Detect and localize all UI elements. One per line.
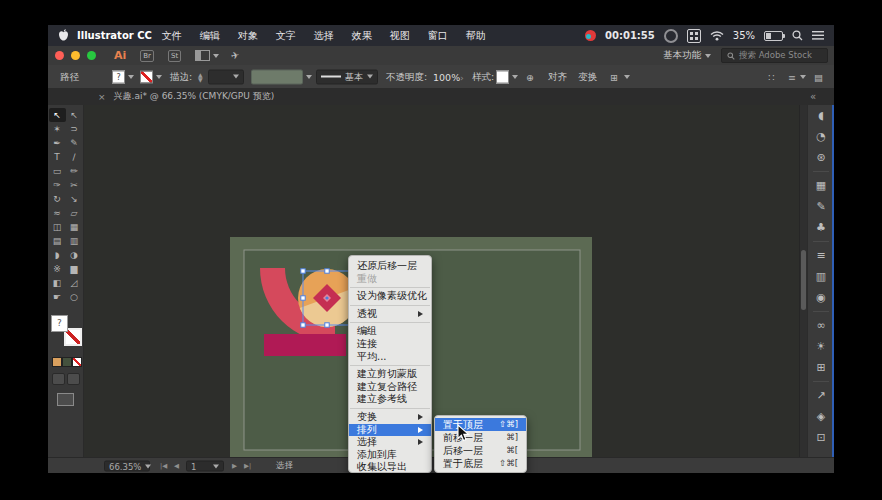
- line-segment-tool[interactable]: ∕: [66, 150, 83, 164]
- transparency-panel-icon[interactable]: ◉: [808, 287, 834, 308]
- gradient-mode-button[interactable]: [62, 357, 72, 367]
- document-tab-title[interactable]: 兴趣.ai* @ 66.35% (CMYK/GPU 预览): [114, 90, 275, 103]
- menu-item-make-guides[interactable]: 建立参考线: [349, 393, 431, 406]
- type-tool[interactable]: T: [49, 150, 66, 164]
- spotlight-search-icon[interactable]: [792, 30, 803, 41]
- width-tool[interactable]: ≈: [49, 206, 66, 220]
- fill-swatch[interactable]: ?: [112, 70, 125, 83]
- menu-item-add-to-library[interactable]: 添加到库: [349, 449, 431, 462]
- menubar-menu-edit[interactable]: 编辑: [200, 29, 220, 43]
- siri-icon[interactable]: [664, 29, 678, 43]
- fill-unknown-swatch[interactable]: ?: [51, 315, 68, 332]
- menu-item-make-clipping-mask[interactable]: 建立剪切蒙版: [349, 368, 431, 381]
- menubar-menu-effect[interactable]: 效果: [352, 29, 372, 43]
- magic-wand-tool[interactable]: ✶: [49, 122, 66, 136]
- appearance-panel-icon[interactable]: ☀: [808, 336, 834, 357]
- first-artboard-button[interactable]: |◀: [160, 462, 167, 470]
- tab-close-button[interactable]: ×: [98, 92, 106, 102]
- menu-item-arrange[interactable]: 排列: [349, 424, 431, 437]
- stroke-chevron[interactable]: [156, 75, 162, 79]
- menubar-menu-object[interactable]: 对象: [238, 29, 258, 43]
- cc-libraries-icon[interactable]: ∞: [808, 315, 834, 336]
- stock-button[interactable]: St: [168, 50, 181, 62]
- input-source-icon[interactable]: [687, 29, 701, 43]
- slice-tool[interactable]: ◿: [66, 276, 83, 290]
- stroke-panel-icon[interactable]: ≡: [808, 245, 834, 266]
- menubar-menu-window[interactable]: 窗口: [428, 29, 448, 43]
- draw-normal-mode-button[interactable]: [52, 373, 65, 385]
- menubar-menu-help[interactable]: 帮助: [466, 29, 486, 43]
- symbols-panel-icon[interactable]: ♣: [808, 217, 834, 238]
- scale-tool[interactable]: ↘: [66, 192, 83, 206]
- free-transform-tool[interactable]: ▱: [66, 206, 83, 220]
- menu-item-bring-to-front[interactable]: 置于顶层⇧⌘]: [435, 418, 526, 431]
- screen-mode-button[interactable]: [57, 393, 74, 406]
- share-icon[interactable]: ✈: [230, 49, 240, 62]
- lasso-tool[interactable]: ⊃: [66, 122, 83, 136]
- perspective-grid-tool[interactable]: ▦: [66, 220, 83, 234]
- fill-stroke-indicator[interactable]: ?: [51, 315, 81, 345]
- workspace-switcher[interactable]: 基本功能: [663, 49, 711, 62]
- apple-icon[interactable]: [58, 29, 69, 42]
- menu-item-send-to-back[interactable]: 置于底层⇧⌘[: [435, 457, 526, 470]
- paintbrush-tool[interactable]: ✏: [66, 164, 83, 178]
- options-chevron[interactable]: [800, 75, 806, 79]
- zoom-window-button[interactable]: [87, 51, 96, 60]
- artboard-number-dropdown[interactable]: 1: [186, 461, 224, 472]
- transform-panel-icon[interactable]: ⊞: [610, 71, 618, 82]
- zoom-tool[interactable]: ○: [66, 290, 83, 304]
- dock-collapse-button[interactable]: «: [810, 91, 834, 102]
- transform-button[interactable]: 变换: [578, 70, 597, 83]
- menu-item-undo-send-backward[interactable]: 还原后移一层: [349, 260, 431, 273]
- last-artboard-button[interactable]: ▶|: [244, 462, 251, 470]
- arrange-documents-chevron[interactable]: [213, 54, 219, 58]
- color-panel-icon[interactable]: ◖: [808, 105, 834, 126]
- gradient-panel-icon[interactable]: ▥: [808, 266, 834, 287]
- align-button[interactable]: 对齐: [548, 70, 567, 83]
- prev-artboard-button[interactable]: ◀: [174, 462, 179, 470]
- variable-width-dropdown[interactable]: 基本: [316, 69, 378, 84]
- rotate-tool[interactable]: ↻: [49, 192, 66, 206]
- column-graph-tool[interactable]: ▆: [66, 262, 83, 276]
- menubar-app-name[interactable]: Illustrator CC: [77, 30, 152, 41]
- blend-tool[interactable]: ◑: [66, 248, 83, 262]
- shape-builder-tool[interactable]: ◫: [49, 220, 66, 234]
- menu-item-perspective[interactable]: 透视: [349, 308, 431, 321]
- menubar-menu-file[interactable]: 文件: [162, 29, 182, 43]
- menu-options-icon[interactable]: ≡: [788, 71, 796, 82]
- style-swatch[interactable]: [496, 70, 509, 83]
- screen-recording-icon[interactable]: [585, 30, 596, 41]
- magenta-rectangle[interactable]: [264, 334, 346, 356]
- libraries-panel-icon[interactable]: ⊛: [808, 147, 834, 168]
- color-guide-panel-icon[interactable]: ◔: [808, 126, 834, 147]
- brush-definition-swatch[interactable]: [251, 69, 303, 84]
- brush-chevron[interactable]: [306, 75, 312, 79]
- transform-chevron[interactable]: [624, 75, 630, 79]
- symbol-sprayer-tool[interactable]: ※: [49, 262, 66, 276]
- brushes-panel-icon[interactable]: ✎: [808, 196, 834, 217]
- hand-tool[interactable]: ☛: [49, 290, 66, 304]
- pen-tool[interactable]: ✒: [49, 136, 66, 150]
- grid-options-icon[interactable]: ∷: [768, 71, 774, 82]
- none-mode-button[interactable]: [72, 357, 82, 367]
- artboards-panel-icon[interactable]: ⊞: [808, 357, 834, 378]
- artboard-tool[interactable]: ◧: [49, 276, 66, 290]
- zoom-level-dropdown[interactable]: 66.35%: [104, 461, 150, 472]
- curvature-tool[interactable]: ✎: [66, 136, 83, 150]
- layers-panel-icon[interactable]: ◈: [808, 406, 834, 427]
- canvas-area[interactable]: [84, 105, 799, 457]
- vertical-scrollbar[interactable]: [799, 105, 807, 457]
- scrollbar-thumb[interactable]: [801, 250, 806, 310]
- opacity-expand-chevron[interactable]: ›: [460, 71, 464, 82]
- shaper-tool[interactable]: ✑: [49, 178, 66, 192]
- stock-search-input[interactable]: 搜索 Adobe Stock: [721, 48, 828, 63]
- opacity-value[interactable]: 100%: [433, 71, 460, 82]
- document-setup-icon[interactable]: ⊕: [526, 71, 534, 82]
- mesh-tool[interactable]: ▤: [49, 234, 66, 248]
- panel-list-icon[interactable]: ▤: [814, 71, 823, 82]
- menu-item-group[interactable]: 编组: [349, 325, 431, 338]
- menu-item-make-compound-path[interactable]: 建立复合路径: [349, 381, 431, 394]
- next-artboard-button[interactable]: ▶: [232, 462, 237, 470]
- color-mode-button[interactable]: [52, 357, 62, 367]
- notification-center-icon[interactable]: [812, 31, 824, 40]
